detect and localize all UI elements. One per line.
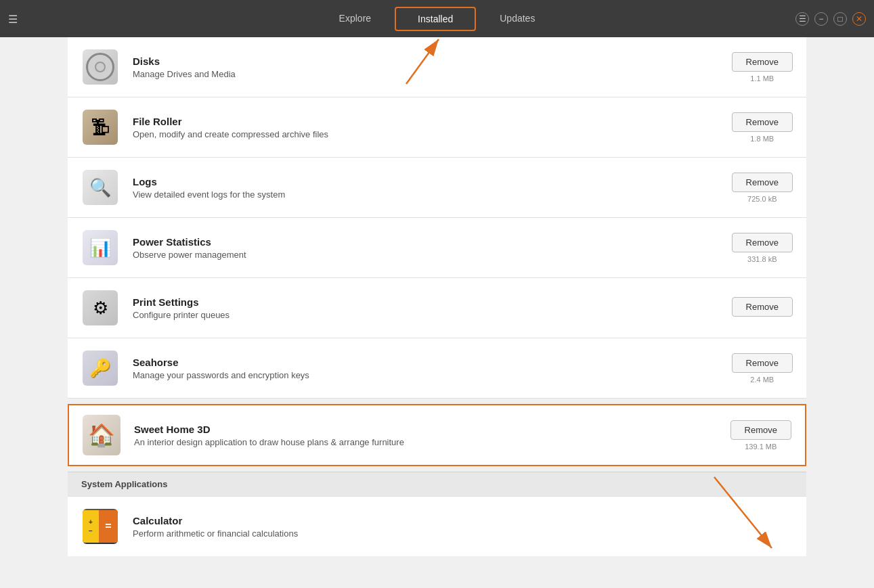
logs-name: Logs [133, 176, 718, 187]
print-settings-remove-button[interactable]: Remove [732, 297, 793, 317]
window-controls: ☰ − □ ✕ [795, 12, 866, 26]
file-roller-size: 1.8 MB [750, 135, 774, 143]
calculator-desc: Perform arithmetic or financial calculat… [133, 528, 793, 539]
seahorse-info: Seahorse Manage your passwords and encry… [133, 357, 718, 380]
close-button[interactable]: ✕ [852, 12, 866, 26]
app-row-sweet-home-3d: 🏠 Sweet Home 3D An interior design appli… [68, 404, 806, 466]
app-row-disks: Disks Manage Drives and Media Remove 1.1… [68, 37, 806, 97]
file-roller-info: File Roller Open, modify and create comp… [133, 116, 718, 139]
power-statistics-size: 331.8 kB [747, 255, 777, 263]
logs-remove-button[interactable]: Remove [732, 173, 793, 192]
file-roller-action: Remove 1.8 MB [732, 112, 793, 143]
app-row-seahorse: 🔑 Seahorse Manage your passwords and enc… [68, 338, 806, 399]
sweet-home-3d-icon: 🏠 [83, 416, 121, 454]
file-roller-icon: 🗜 [81, 108, 119, 146]
minimize-button[interactable]: − [814, 12, 828, 26]
hamburger-menu-icon[interactable]: ☰ [8, 12, 18, 25]
logs-size: 725.0 kB [747, 195, 777, 203]
app-row-logs: 🔍 Logs View detailed event logs for the … [68, 157, 806, 218]
app-row-calculator: + − = Calculator Perform arithmetic or f… [68, 496, 806, 556]
sweet-home-3d-remove-button[interactable]: Remove [730, 420, 791, 440]
disks-action: Remove 1.1 MB [732, 52, 793, 83]
sweet-home-3d-info: Sweet Home 3D An interior design applica… [134, 424, 717, 447]
power-statistics-desc: Observe power management [133, 250, 718, 260]
app-row-power-statistics: 📊 Power Statistics Observe power managem… [68, 217, 806, 278]
disks-remove-button[interactable]: Remove [732, 52, 793, 72]
file-roller-name: File Roller [133, 116, 718, 127]
seahorse-name: Seahorse [133, 357, 718, 368]
logs-icon: 🔍 [81, 168, 119, 206]
calculator-name: Calculator [133, 515, 793, 526]
logs-action: Remove 725.0 kB [732, 173, 793, 203]
sweet-home-3d-desc: An interior design application to draw h… [134, 437, 717, 447]
seahorse-remove-button[interactable]: Remove [732, 353, 793, 373]
power-statistics-info: Power Statistics Observe power managemen… [133, 236, 718, 260]
print-settings-info: Print Settings Configure printer queues [133, 296, 718, 320]
disks-desc: Manage Drives and Media [133, 69, 718, 79]
app-row-file-roller: 🗜 File Roller Open, modify and create co… [68, 97, 806, 158]
sweet-home-3d-name: Sweet Home 3D [134, 424, 717, 435]
titlebar: ☰ Explore Installed Updates ☰ − □ ✕ [0, 0, 874, 37]
tab-explore[interactable]: Explore [317, 7, 393, 31]
tab-installed[interactable]: Installed [395, 7, 476, 31]
file-roller-desc: Open, modify and create compressed archi… [133, 129, 718, 139]
content-area: Disks Manage Drives and Media Remove 1.1… [0, 37, 874, 588]
seahorse-action: Remove 2.4 MB [732, 353, 793, 384]
power-statistics-icon: 📊 [81, 229, 119, 267]
tab-updates[interactable]: Updates [477, 7, 557, 31]
power-statistics-remove-button[interactable]: Remove [732, 233, 793, 252]
sweet-home-3d-size: 139.1 MB [745, 443, 777, 451]
print-settings-name: Print Settings [133, 296, 718, 308]
main-window: ☰ Explore Installed Updates ☰ − □ ✕ Disk… [0, 0, 874, 588]
logs-info: Logs View detailed event logs for the sy… [133, 176, 718, 200]
seahorse-icon: 🔑 [81, 349, 119, 387]
print-settings-desc: Configure printer queues [133, 310, 718, 320]
sweet-home-3d-action: Remove 139.1 MB [730, 420, 791, 451]
disks-name: Disks [133, 55, 718, 67]
system-applications-header: System Applications [68, 472, 806, 497]
logs-desc: View detailed event logs for the system [133, 189, 718, 200]
maximize-button[interactable]: □ [833, 12, 847, 26]
disks-size: 1.1 MB [750, 74, 774, 83]
power-statistics-name: Power Statistics [133, 236, 718, 248]
print-settings-action: Remove [732, 297, 793, 319]
tab-bar: Explore Installed Updates [317, 7, 558, 31]
disks-icon [81, 48, 119, 86]
hamburger-button[interactable]: ☰ [795, 12, 809, 26]
power-statistics-action: Remove 331.8 kB [732, 233, 793, 263]
file-roller-remove-button[interactable]: Remove [732, 112, 793, 132]
disks-info: Disks Manage Drives and Media [133, 55, 718, 79]
seahorse-desc: Manage your passwords and encryption key… [133, 370, 718, 380]
print-settings-icon: ⚙ [81, 289, 119, 327]
calculator-icon: + − = [81, 507, 119, 545]
app-row-print-settings: ⚙ Print Settings Configure printer queue… [68, 277, 806, 338]
seahorse-size: 2.4 MB [750, 376, 774, 384]
calculator-info: Calculator Perform arithmetic or financi… [133, 515, 793, 539]
